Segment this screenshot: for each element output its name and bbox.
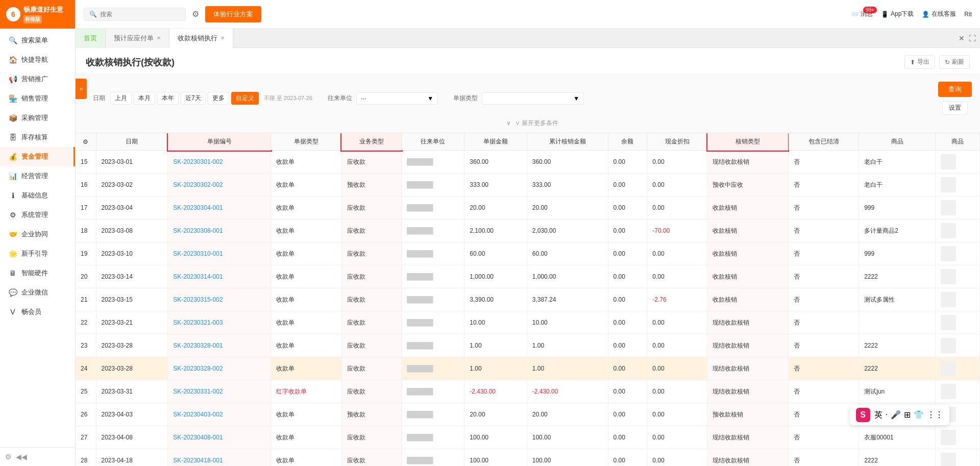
sidebar-item-label: 企业微信 [21,288,48,297]
sidebar-item-purchase[interactable]: 📦 采购管理 [0,108,75,128]
sidebar-item-basic[interactable]: ℹ 基础信息 [0,186,75,205]
bill-no-link[interactable]: SK-20230418-001 [173,457,223,464]
cell-bill-no[interactable]: SK-20230301-002 [168,151,271,174]
th-verify-type[interactable]: 核销类型 [707,133,789,151]
bill-no-link[interactable]: SK-20230304-001 [173,204,223,211]
export-button[interactable]: ⬆ 导出 [904,55,935,69]
tab-home[interactable]: 首页 [76,29,106,48]
bill-no-link[interactable]: SK-20230301-002 [173,158,223,165]
cell-bill-no[interactable]: SK-20230328-002 [168,357,271,380]
th-amount[interactable]: 单据金额 [464,133,527,151]
last-month-btn[interactable]: 上月 [110,92,132,105]
gear-icon[interactable]: ⚙ [192,9,199,19]
tab-receipt[interactable]: 收款核销执行 ✕ [169,29,233,48]
shirt-icon: 👕 [914,410,924,421]
bill-no-link[interactable]: SK-20230408-001 [173,434,223,441]
sidebar-item-member[interactable]: V 畅会员 [0,302,75,322]
cell-bill-no[interactable]: SK-20230308-001 [168,219,271,242]
sidebar-item-weixin[interactable]: 💬 企业微信 [0,283,75,302]
service-button[interactable]: 👤 在线客服 [922,10,956,18]
tab-receipt-close[interactable]: ✕ [220,35,225,41]
bill-no-link[interactable]: SK-20230321-003 [173,319,223,326]
bill-no-link[interactable]: SK-20230403-002 [173,411,223,418]
table-row: 182023-03-08SK-20230308-001收款单应收款██████2… [76,219,980,242]
sidebar-item-enterprise[interactable]: 🤝 企业协同 [0,225,75,244]
cell-bill-type: 收款单 [271,197,341,219]
sidebar-item-inventory[interactable]: 🗄 库存核算 [0,128,75,147]
cell-bill-no[interactable]: SK-20230315-002 [168,288,271,311]
sidebar-item-shortcut[interactable]: 🏠 快捷导航 [0,50,75,69]
this-month-btn[interactable]: 本月 [134,92,155,105]
search-input[interactable] [100,11,161,18]
sidebar-item-search[interactable]: 🔍 搜索菜单 [0,31,75,50]
settings-button[interactable]: 设置 [942,101,968,115]
cell-bill-no[interactable]: SK-20230418-001 [168,449,271,467]
th-product2[interactable]: 商品 [935,133,979,151]
sidebar-item-guide[interactable]: 🌟 新手引导 [0,244,75,263]
th-partner[interactable]: 往来单位 [402,133,464,151]
tab-pending-close[interactable]: ✕ [157,35,161,41]
th-bill-type[interactable]: 单据类型 [271,133,341,151]
bill-no-link[interactable]: SK-20230331-002 [173,388,223,395]
sidebar-item-system[interactable]: ⚙ 系统管理 [0,205,75,225]
system-icon: ⚙ [8,211,17,219]
more-btn[interactable]: 更多 [208,92,229,105]
sidebar-item-marketing[interactable]: 📢 营销推广 [0,69,75,89]
th-biz-type[interactable]: 业务类型 [341,133,402,151]
cell-amount: 100.00 [464,449,527,467]
cell-bill-no[interactable]: SK-20230328-001 [168,334,271,357]
th-product1[interactable]: 商品 [859,133,936,151]
last-7days-btn[interactable]: 近7天 [181,92,206,105]
partner-select[interactable]: ··· ▼ [356,92,438,105]
refresh-button[interactable]: ↻ 刷新 [939,55,970,69]
close-all-icon[interactable]: ✕ [959,34,965,42]
user-name[interactable]: Rit [964,11,972,18]
sidebar-item-operation[interactable]: 📊 经营管理 [0,166,75,186]
bill-no-link[interactable]: SK-20230328-001 [173,342,223,349]
cell-bill-no[interactable]: SK-20230408-001 [168,426,271,449]
sidebar-item-sales[interactable]: 🏪 销售管理 [0,89,75,108]
cell-bill-no[interactable]: SK-20230304-001 [168,197,271,219]
filter-toggle-button[interactable]: » [76,79,87,99]
mic-icon: 🎤 [891,410,901,421]
bill-no-link[interactable]: SK-20230308-001 [173,227,223,234]
query-button[interactable]: 查询 [938,82,972,97]
tab-pending[interactable]: 预计应应付单 ✕ [106,29,169,48]
bill-no-link[interactable]: SK-20230328-002 [173,365,223,372]
cell-biz-type: 应收款 [341,334,402,357]
expand-conditions[interactable]: ∨ ∨ 展开更多条件 [93,117,972,130]
settings-bottom-icon[interactable]: ⚙ [5,453,12,461]
th-balance[interactable]: 余额 [608,133,647,151]
cell-bill-no[interactable]: SK-20230302-002 [168,174,271,197]
custom-btn[interactable]: 自定义 [231,92,259,105]
app-icon: 📱 [881,11,889,18]
fullscreen-icon[interactable]: ⛶ [969,34,976,42]
cell-partner: ██████ [402,449,464,467]
filter-area: » 日期 上月 本月 本年 近7天 更多 自定义 不限 至 2023-07-26… [76,75,980,133]
sidebar-item-finance[interactable]: 💰 资金管理 [0,147,75,166]
bill-no-link[interactable]: SK-20230315-002 [173,296,223,303]
sidebar-item-hardware[interactable]: 🖥 智能硬件 [0,263,75,283]
th-include-cleared[interactable]: 包含已结清 [788,133,859,151]
topbar-search-box[interactable]: 🔍 [84,8,186,21]
cell-bill-no[interactable]: SK-20230321-003 [168,311,271,334]
th-cash-discount[interactable]: 现金折扣 [647,133,707,151]
bill-no-link[interactable]: SK-20230314-001 [173,273,223,280]
cell-bill-no[interactable]: SK-20230403-002 [168,403,271,426]
th-settings[interactable]: ⚙ [76,133,96,151]
collapse-icon[interactable]: ◀◀ [16,453,27,461]
th-date[interactable]: 日期 [96,133,168,151]
bill-no-link[interactable]: SK-20230302-002 [173,181,223,188]
app-download-button[interactable]: 📱 App下载 [881,10,914,18]
bill-no-link[interactable]: SK-20230310-001 [173,250,223,257]
message-button[interactable]: 📨 消息 99+ [851,10,873,18]
th-total-verified[interactable]: 累计核销金额 [527,133,608,151]
this-year-btn[interactable]: 本年 [157,92,179,105]
bill-type-select[interactable]: ▼ [482,92,584,105]
th-bill-no[interactable]: 单据编号 [168,133,271,151]
solution-button[interactable]: 体验行业方案 [205,6,261,22]
sidebar-item-label: 采购管理 [21,113,48,122]
cell-bill-no[interactable]: SK-20230310-001 [168,242,271,265]
cell-bill-no[interactable]: SK-20230314-001 [168,265,271,288]
cell-bill-no[interactable]: SK-20230331-002 [168,380,271,403]
